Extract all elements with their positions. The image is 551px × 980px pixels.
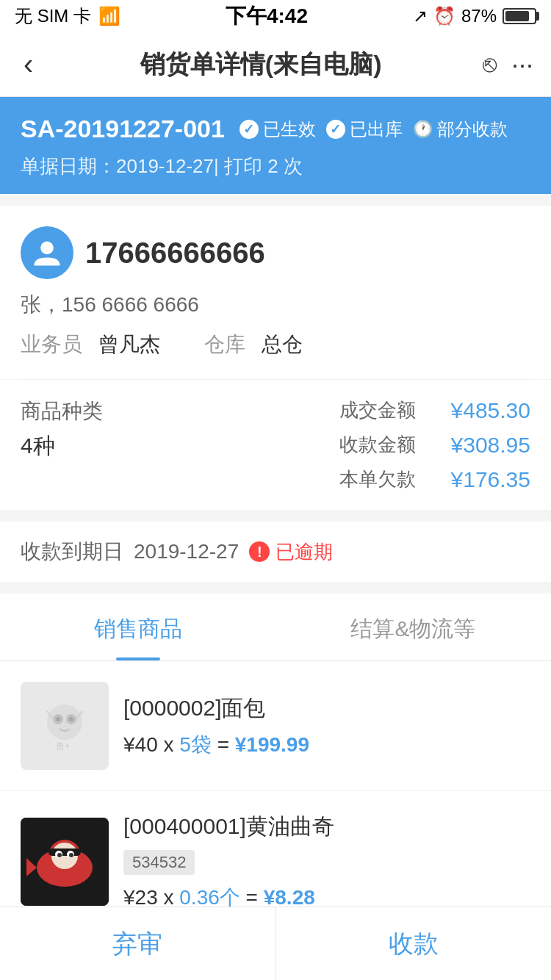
customer-meta: 业务员 曾凡杰 仓库 总仓 <box>21 331 530 359</box>
carrier-text: 无 SIM 卡 <box>15 4 91 28</box>
sales-info: 业务员 曾凡杰 <box>21 331 160 359</box>
overdue-badge: ! 已逾期 <box>249 539 333 565</box>
customer-row: 17666666666 <box>21 226 530 279</box>
time-display: 下午4:42 <box>226 2 308 30</box>
tab-sales-products[interactable]: 销售商品 <box>0 594 276 660</box>
badge-partial: 🕐 部分收款 <box>413 118 508 141</box>
product-type-value: 4种 <box>21 431 103 461</box>
check-icon-2: ✓ <box>326 120 345 139</box>
product-image-1: 兽+ <box>21 682 109 770</box>
amount-row: 成交金额 ¥485.30 <box>339 397 530 423</box>
location-icon: ↗ <box>413 6 428 26</box>
product-name-2: [000400001]黄油曲奇 <box>123 812 530 842</box>
svg-point-5 <box>69 717 73 721</box>
order-badges: ✓ 已生效 ✓ 已出库 🕐 部分收款 <box>240 118 508 141</box>
share-icon[interactable]: ⎋ <box>483 51 497 78</box>
product-list: 兽+ [0000002]面包 ¥40 x 5袋 = ¥199.99 <box>0 661 551 933</box>
customer-section: 17666666666 张，156 6666 6666 业务员 曾凡杰 仓库 总… <box>0 206 551 379</box>
summary-left: 商品种类 4种 <box>21 397 103 461</box>
alarm-icon: ⏰ <box>433 6 455 26</box>
owed-row: 本单欠款 ¥176.35 <box>339 466 530 492</box>
page-title: 销货单详情(来自电脑) <box>140 48 382 82</box>
due-section: 收款到期日 2019-12-27 ! 已逾期 <box>0 522 551 582</box>
tab-settlement[interactable]: 结算&物流等 <box>276 594 551 660</box>
product-info-1: [0000002]面包 ¥40 x 5袋 = ¥199.99 <box>123 693 530 759</box>
badge-shipped: ✓ 已出库 <box>326 118 403 141</box>
nav-bar: ‹ 销货单详情(来自电脑) ⎋ ··· <box>0 32 551 97</box>
customer-name: 张，156 6666 6666 <box>21 291 530 319</box>
more-icon[interactable]: ··· <box>511 49 533 80</box>
product-type-label: 商品种类 <box>21 397 103 425</box>
cancel-button[interactable]: 弃审 <box>0 907 276 980</box>
svg-point-4 <box>56 717 60 721</box>
product-image-2 <box>21 818 109 906</box>
customer-avatar <box>21 226 73 279</box>
svg-text:兽+: 兽+ <box>56 741 70 752</box>
summary-section: 商品种类 4种 成交金额 ¥485.30 收款金额 ¥308.95 本单欠款 ¥… <box>0 380 551 510</box>
product-info-2: [000400001]黄油曲奇 534532 ¥23 x 0.36个 = ¥8.… <box>123 812 530 912</box>
badge-effective: ✓ 已生效 <box>240 118 316 141</box>
check-icon: ✓ <box>240 120 259 139</box>
product-price-1: ¥40 x 5袋 = ¥199.99 <box>123 731 530 759</box>
product-name-1: [0000002]面包 <box>123 693 530 724</box>
warehouse-info: 仓库 总仓 <box>204 331 303 359</box>
order-date-row: 单据日期：2019-12-27| 打印 2 次 <box>21 154 530 179</box>
product-sku: 534532 <box>123 850 195 875</box>
clock-icon: 🕐 <box>413 120 433 139</box>
tabs-row: 销售商品 结算&物流等 <box>0 594 551 661</box>
wifi-icon: 📶 <box>98 6 120 26</box>
summary-right: 成交金额 ¥485.30 收款金额 ¥308.95 本单欠款 ¥176.35 <box>339 397 530 492</box>
svg-rect-11 <box>48 849 81 856</box>
svg-point-0 <box>40 242 54 255</box>
order-id: SA-20191227-001 <box>21 115 225 143</box>
battery-icon <box>503 8 536 24</box>
svg-point-15 <box>69 853 73 857</box>
due-date-label: 收款到期日 <box>21 538 123 566</box>
svg-point-1 <box>47 705 82 740</box>
status-bar: 无 SIM 卡 📶 下午4:42 ↗ ⏰ 87% <box>0 0 551 32</box>
svg-point-14 <box>57 853 62 857</box>
tabs-section: 销售商品 结算&物流等 <box>0 594 551 661</box>
bottom-bar: 弃审 收款 <box>0 907 551 980</box>
product-item: 兽+ [0000002]面包 ¥40 x 5袋 = ¥199.99 <box>0 661 551 791</box>
status-bar-left: 无 SIM 卡 📶 <box>15 4 120 28</box>
overdue-text: 已逾期 <box>276 539 333 565</box>
nav-actions: ⎋ ··· <box>483 49 533 80</box>
due-date-value: 2019-12-27 <box>134 540 239 563</box>
order-header: SA-20191227-001 ✓ 已生效 ✓ 已出库 🕐 部分收款 单据日期：… <box>0 97 551 194</box>
received-row: 收款金额 ¥308.95 <box>339 432 530 458</box>
overdue-icon: ! <box>249 541 270 562</box>
back-button[interactable]: ‹ <box>18 42 39 87</box>
customer-phone: 17666666666 <box>85 237 265 270</box>
status-bar-right: ↗ ⏰ 87% <box>413 6 536 26</box>
battery-percent: 87% <box>461 6 497 26</box>
confirm-button[interactable]: 收款 <box>276 907 552 980</box>
